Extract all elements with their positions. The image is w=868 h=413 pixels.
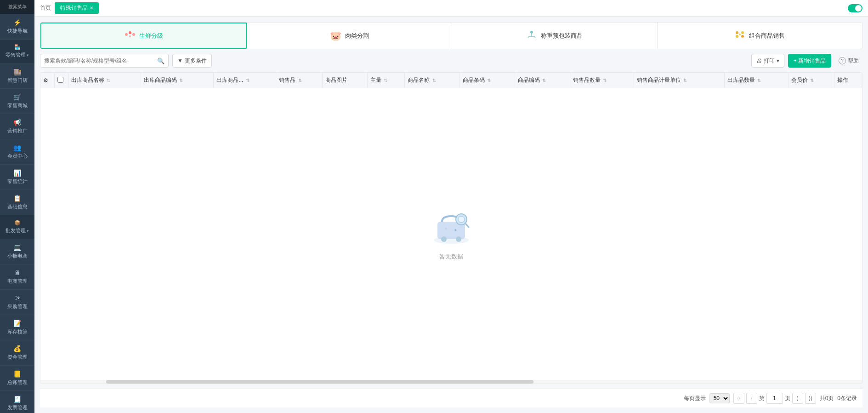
- th-sales-unit[interactable]: 销售商品计量单位 ⇅: [634, 73, 724, 88]
- sort-icon[interactable]: ⇅: [683, 78, 687, 83]
- combo-goods-label: 组合商品销售: [749, 32, 785, 40]
- sidebar-item-label: 资金管理: [7, 354, 28, 361]
- sidebar-item-smart-store[interactable]: 🏬 智慧门店: [0, 63, 34, 89]
- sidebar-item-label: 基础信息: [7, 203, 28, 210]
- sidebar-item-marketing[interactable]: 📢 营销推广: [0, 114, 34, 139]
- sidebar-item-finance-mgmt[interactable]: 💰 资金管理: [0, 340, 34, 366]
- sort-icon[interactable]: ⇅: [179, 78, 183, 83]
- th-check[interactable]: [54, 73, 68, 88]
- first-page-button[interactable]: ⟨⟨: [733, 393, 744, 404]
- sidebar-item-label: 批发管理▾: [6, 227, 29, 234]
- toggle-switch[interactable]: [848, 4, 862, 12]
- svg-point-3: [129, 35, 131, 37]
- topbar-right: [848, 4, 862, 12]
- sidebar-item-label: 快捷导航: [7, 28, 28, 34]
- purchase-mgmt-icon: 🛍: [14, 294, 21, 302]
- th-sales-quantity[interactable]: 销售品数量 ⇅: [570, 73, 634, 88]
- th-product-name[interactable]: 商品名称 ⇅: [405, 73, 460, 88]
- gear-icon[interactable]: ⚙: [43, 77, 48, 84]
- retail-stats-icon: 📊: [13, 169, 21, 177]
- horizontal-scrollbar[interactable]: [40, 380, 862, 384]
- svg-point-12: [741, 35, 744, 38]
- weighed-prepack-icon: [526, 30, 537, 41]
- sidebar-item-xc-ecommerce[interactable]: 💻 小畅电商: [0, 239, 34, 264]
- sidebar-item-ledger-mgmt[interactable]: 📒 总账管理: [0, 366, 34, 391]
- tab-weighed-prepack[interactable]: 称重预包装商品: [452, 23, 658, 49]
- th-warehouse-item-name[interactable]: 出库商品名称 ⇅: [68, 73, 141, 88]
- scrollbar-thumb[interactable]: [106, 380, 533, 384]
- svg-line-7: [528, 36, 529, 38]
- tab-close-icon[interactable]: ✕: [90, 6, 93, 11]
- sort-icon[interactable]: ⇅: [246, 78, 250, 83]
- home-breadcrumb[interactable]: 首页: [40, 4, 51, 12]
- page-input[interactable]: [766, 393, 783, 404]
- empty-illustration: ✦ ✧: [428, 208, 474, 247]
- help-button[interactable]: ? 帮助: [835, 54, 862, 68]
- tab-combo-goods[interactable]: 组合商品销售: [658, 23, 862, 49]
- sort-icon[interactable]: ⇅: [542, 78, 546, 83]
- th-sales-item[interactable]: 销售品 ⇅: [276, 73, 322, 88]
- th-product-code[interactable]: 商品编码 ⇅: [515, 73, 570, 88]
- search-icon[interactable]: 🔍: [157, 57, 165, 64]
- per-page-select[interactable]: 50: [709, 393, 730, 403]
- sidebar-item-purchase-mgmt[interactable]: 🛍 采购管理: [0, 290, 34, 315]
- sidebar-item-ecommerce-mgmt[interactable]: 🖥 电商管理: [0, 264, 34, 290]
- marketing-icon: 📢: [13, 119, 21, 126]
- sidebar-item-label: 智慧门店: [7, 77, 28, 84]
- th-main-quantity[interactable]: 主量 ⇅: [368, 73, 405, 88]
- next-page-button[interactable]: ⟩: [792, 393, 803, 404]
- sidebar-item-invoice-mgmt[interactable]: 🧾 发票管理: [0, 391, 34, 413]
- sort-icon[interactable]: ⇅: [757, 78, 761, 83]
- sidebar-item-quick-nav[interactable]: ⚡ 快捷导航: [0, 14, 34, 40]
- th-member-price[interactable]: 会员价 ⇅: [788, 73, 834, 88]
- meat-cutting-label: 肉类分割: [345, 32, 369, 40]
- sidebar-item-label: 发票管理: [7, 404, 28, 411]
- main-content: 首页 特殊销售品 ✕ 生鲜分级: [34, 0, 868, 413]
- sort-icon[interactable]: ⇅: [384, 78, 387, 83]
- fresh-grading-icon: [125, 30, 136, 41]
- print-arrow-icon: ▾: [777, 57, 779, 64]
- sidebar-item-retail-mgmt[interactable]: 🏪 零售管理▾: [0, 40, 34, 63]
- print-label: 打印: [764, 57, 775, 65]
- sidebar-logo[interactable]: 搜索菜单: [0, 0, 34, 14]
- print-button[interactable]: 🖨 打印 ▾: [751, 54, 784, 68]
- sidebar-item-member-center[interactable]: 👥 会员中心: [0, 139, 34, 165]
- search-box[interactable]: 🔍: [40, 54, 169, 68]
- fresh-grading-label: 生鲜分级: [139, 32, 163, 40]
- filter-button[interactable]: ▼ 更多条件: [172, 54, 212, 68]
- page-label-suffix: 页: [785, 395, 790, 402]
- th-operations: 操作: [834, 73, 862, 88]
- th-product-barcode[interactable]: 商品条码 ⇅: [460, 73, 515, 88]
- toolbar: 🔍 ▼ 更多条件 🖨 打印 ▾ + 新增销售品 ? 帮助: [40, 54, 862, 68]
- active-tab[interactable]: 特殊销售品 ✕: [55, 2, 99, 14]
- add-button[interactable]: + 新增销售品: [788, 54, 831, 68]
- sidebar-item-basic-info-1[interactable]: 📋 基础信息: [0, 190, 34, 215]
- last-page-button[interactable]: ⟩⟩: [805, 393, 816, 404]
- sort-icon[interactable]: ⇅: [432, 78, 436, 83]
- sort-icon[interactable]: ⇅: [487, 78, 491, 83]
- print-icon: 🖨: [756, 57, 762, 64]
- svg-text:✧: ✧: [444, 227, 448, 231]
- toolbar-right: 🖨 打印 ▾ + 新增销售品 ? 帮助: [751, 54, 862, 68]
- sort-icon[interactable]: ⇅: [603, 78, 607, 83]
- svg-point-11: [736, 35, 738, 38]
- search-input[interactable]: [44, 57, 155, 64]
- th-warehouse-item-code[interactable]: 出库商品编码 ⇅: [141, 73, 213, 88]
- tab-fresh-grading[interactable]: 生鲜分级: [40, 23, 247, 49]
- th-gear[interactable]: ⚙: [40, 73, 54, 88]
- help-icon: ?: [839, 57, 846, 64]
- tab-meat-cutting[interactable]: 🐷 肉类分割: [247, 23, 453, 49]
- sort-icon[interactable]: ⇅: [298, 78, 302, 83]
- sidebar-item-retail-mall[interactable]: 🛒 零售商城: [0, 89, 34, 114]
- sort-icon[interactable]: ⇅: [810, 78, 814, 83]
- sidebar-item-inventory-calc[interactable]: 📝 库存核算: [0, 315, 34, 340]
- sort-icon[interactable]: ⇅: [107, 78, 110, 83]
- th-warehouse-item-3[interactable]: 出库商品... ⇅: [214, 73, 276, 88]
- svg-point-13: [739, 34, 741, 35]
- th-warehouse-quantity[interactable]: 出库品数量 ⇅: [724, 73, 788, 88]
- sidebar-item-wholesale-mgmt[interactable]: 📦 批发管理▾: [0, 215, 34, 239]
- th-product-image[interactable]: 商品图片: [322, 73, 367, 88]
- prev-page-button[interactable]: ⟨: [746, 393, 757, 404]
- select-all-checkbox[interactable]: [57, 77, 63, 83]
- sidebar-item-retail-stats[interactable]: 📊 零售统计: [0, 165, 34, 190]
